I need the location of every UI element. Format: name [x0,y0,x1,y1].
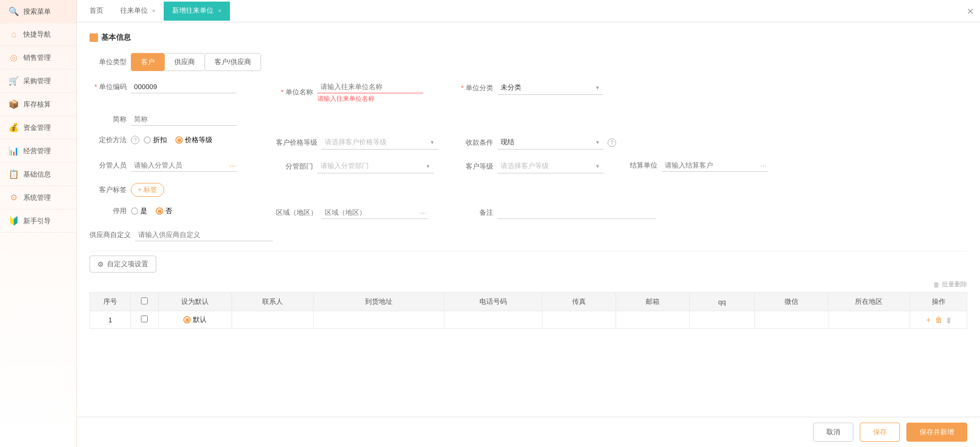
payment-terms-chevron: ▼ [595,139,600,145]
department-select[interactable]: 请输入分管部门 ▼ [317,159,434,173]
customer-level-placeholder: 请选择客户等级 [501,161,549,171]
divider [90,251,967,251]
unit-category-chevron: ▼ [595,85,600,91]
address-input[interactable] [319,316,439,324]
region-ellipsis-btn[interactable]: ··· [419,208,427,217]
unit-name-group: 单位名称 请输入往来单位名称 [259,81,439,103]
customer-level-label: 客户等级 [456,162,493,171]
custom-settings-button[interactable]: ⚙ 自定义项设置 [90,256,156,273]
default-radio-item[interactable]: 默认 [164,315,227,325]
cancel-button[interactable]: 取消 [813,423,853,442]
pricing-price-level-label: 价格等级 [185,135,212,145]
form-content: 基本信息 单位类型 客户 供应商 客户/供应商 单位编码 单位名称 [77,22,980,417]
settlement-unit-ellipsis-btn[interactable]: ··· [759,161,768,170]
supplier-custom-row: 供应商自定义 [90,229,967,241]
col-actions: 操作 [910,293,967,311]
disabled-yes-radio[interactable]: 是 [131,206,147,216]
batch-delete-area: 🗑 批量删除 [90,280,967,289]
settlement-unit-input-wrap: ··· [662,159,768,172]
manager-input-wrap: ··· [131,159,237,172]
save-new-button[interactable]: 保存并新增 [906,423,967,442]
qq-input[interactable] [695,316,749,324]
email-input[interactable] [621,316,684,324]
fax-input[interactable] [548,316,610,324]
pricing-price-level-radio[interactable]: 价格等级 [175,135,212,145]
customer-level-chevron: ▼ [595,163,600,169]
batch-delete-label[interactable]: 批量删除 [942,280,967,289]
supplier-custom-input[interactable] [135,229,273,241]
sidebar-item-system[interactable]: ⚙ 系统管理 [0,186,76,209]
cell-qq [689,311,754,329]
sidebar-item-operations[interactable]: 📊 经营管理 [0,139,76,163]
add-tag-button[interactable]: + 标签 [131,183,164,197]
code-name-category-row: 单位编码 单位名称 请输入往来单位名称 单位分类 未分类 ▼ [90,81,967,103]
select-all-checkbox[interactable] [141,297,148,304]
sidebar-search[interactable]: 🔍 搜索菜单 [0,0,76,23]
remark-input[interactable] [497,206,656,219]
customer-price-level-group: 客户价格等级 请选择客户价格等级 ▼ [259,135,439,150]
unit-type-both-btn[interactable]: 客户/供应商 [204,53,261,71]
row-checkbox[interactable] [141,315,148,322]
disabled-yes-label: 是 [140,206,147,216]
tab-counterparty[interactable]: 往来单位 × [112,2,164,21]
tab-new-counterparty-close[interactable]: × [218,7,221,14]
region-input[interactable] [322,206,419,218]
department-chevron: ▼ [425,163,431,169]
sidebar-item-label: 库存核算 [23,100,51,109]
cell-email [616,311,689,329]
payment-terms-select[interactable]: 现结 ▼ [497,135,603,150]
sidebar-item-sales[interactable]: ◎ 销售管理 [0,46,76,69]
add-row-btn[interactable]: + [926,315,930,324]
settlement-unit-input[interactable] [662,159,759,171]
unit-code-input[interactable] [131,81,237,93]
delete-row-btn[interactable]: 🗑 [935,315,942,324]
contact-input[interactable] [237,316,308,324]
save-button[interactable]: 保存 [860,423,900,442]
department-group: 分管部门 请输入分管部门 ▼ [259,159,439,173]
sidebar-item-basic-info[interactable]: 📋 基础信息 [0,163,76,186]
abbreviation-row: 简称 [90,113,967,126]
finance-icon: 💰 [8,122,19,133]
tab-home[interactable]: 首页 [81,2,112,21]
tab-counterparty-close[interactable]: × [152,7,155,14]
table-header-row: 序号 设为默认 联系人 到货地址 电话号码 传真 邮箱 qq 微信 所在地区 操… [90,293,967,311]
unit-name-input[interactable] [317,81,423,93]
area-input[interactable] [834,316,904,324]
unit-category-label: 单位分类 [456,83,493,93]
gear-icon: ⚙ [97,260,104,268]
sidebar-item-purchase[interactable]: 🛒 采购管理 [0,69,76,93]
payment-terms-help-icon[interactable]: ? [608,138,616,147]
pricing-method-label: 定价方法 [90,135,127,145]
global-close-button[interactable]: ✕ [967,6,974,16]
department-label: 分管部门 [276,162,313,171]
search-icon: 🔍 [8,6,19,16]
customer-price-level-select[interactable]: 请选择客户价格等级 ▼ [322,135,438,150]
sidebar-item-guide[interactable]: 🔰 新手引导 [0,209,76,233]
pricing-discount-radio[interactable]: 折扣 [144,135,167,145]
unit-category-group: 单位分类 未分类 ▼ [439,81,603,95]
unit-type-label: 单位类型 [90,57,127,67]
tab-counterparty-label: 往来单位 [120,6,148,15]
tab-new-counterparty[interactable]: 新增往来单位 × [164,2,229,21]
cell-default: 默认 [158,311,232,329]
manager-input[interactable] [131,159,228,171]
pricing-method-help-icon[interactable]: ? [131,136,139,144]
sidebar-search-label: 搜索菜单 [23,7,51,16]
sidebar-item-label: 快捷导航 [23,30,51,39]
unit-type-supplier-btn[interactable]: 供应商 [165,53,204,71]
sidebar-item-quick-nav[interactable]: ⌂ 快捷导航 [0,23,76,46]
unit-type-group: 单位类型 客户 供应商 客户/供应商 [90,53,967,71]
manager-ellipsis-btn[interactable]: ··· [228,161,237,170]
disabled-no-radio[interactable]: 否 [156,206,172,216]
sidebar-item-finance[interactable]: 💰 资金管理 [0,116,76,139]
section-icon [90,33,98,42]
customer-level-select[interactable]: 请选择客户等级 ▼ [497,159,603,173]
wechat-input[interactable] [760,316,823,324]
sidebar-item-inventory[interactable]: 📦 库存核算 [0,93,76,116]
pricing-discount-circle [144,136,151,144]
unit-category-select[interactable]: 未分类 ▼ [497,81,603,95]
abbreviation-input[interactable] [131,113,237,126]
phone-input[interactable] [450,316,537,324]
col-fax: 传真 [542,293,616,311]
unit-type-customer-btn[interactable]: 客户 [131,53,165,71]
